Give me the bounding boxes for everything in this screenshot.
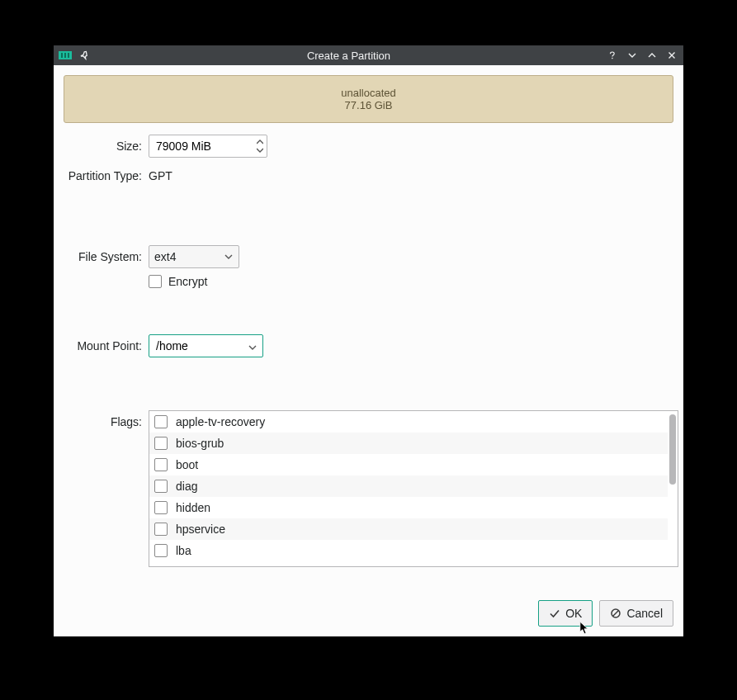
cancel-icon bbox=[610, 608, 621, 619]
filesystem-label: File System: bbox=[64, 245, 142, 263]
pin-icon[interactable] bbox=[78, 49, 92, 62]
flag-label: bios-grub bbox=[176, 437, 224, 450]
size-step-down[interactable] bbox=[255, 146, 265, 154]
flag-item[interactable]: diag bbox=[149, 475, 668, 497]
encrypt-label: Encrypt bbox=[168, 275, 207, 288]
partition-bar-size: 77.16 GiB bbox=[345, 99, 393, 111]
window-controls bbox=[606, 49, 678, 62]
help-icon[interactable] bbox=[606, 49, 619, 62]
flags-scrollbar[interactable] bbox=[669, 414, 676, 485]
mount-point-label: Mount Point: bbox=[64, 334, 142, 352]
dialog-footer: OK Cancel bbox=[538, 600, 673, 627]
flag-label: lba bbox=[176, 544, 191, 557]
chevron-down-icon[interactable] bbox=[248, 339, 257, 352]
flags-list: apple-tv-recovery bios-grub boot di bbox=[149, 411, 668, 566]
mount-point-combo[interactable] bbox=[149, 334, 263, 357]
flag-label: hpservice bbox=[176, 523, 225, 536]
chevron-down-icon bbox=[224, 252, 234, 262]
flags-listbox: apple-tv-recovery bios-grub boot di bbox=[149, 410, 678, 567]
create-partition-dialog: Create a Partition bbox=[54, 45, 683, 636]
cancel-button[interactable]: Cancel bbox=[599, 600, 673, 627]
flag-item[interactable]: hpservice bbox=[149, 518, 668, 540]
flag-item[interactable]: hidden bbox=[149, 497, 668, 518]
check-icon bbox=[549, 608, 560, 619]
ok-button[interactable]: OK bbox=[538, 600, 593, 627]
flag-item[interactable]: lba bbox=[149, 540, 668, 561]
flag-checkbox[interactable] bbox=[154, 501, 168, 514]
ok-button-label: OK bbox=[565, 607, 582, 620]
minimize-icon[interactable] bbox=[626, 49, 639, 62]
size-label: Size: bbox=[64, 135, 142, 153]
cancel-button-label: Cancel bbox=[626, 607, 663, 620]
flag-label: diag bbox=[176, 480, 197, 493]
partition-type-value: GPT bbox=[149, 164, 678, 182]
svg-rect-2 bbox=[64, 53, 66, 58]
encrypt-row: Encrypt bbox=[149, 275, 678, 288]
flag-checkbox[interactable] bbox=[154, 544, 168, 557]
filesystem-value: ext4 bbox=[154, 250, 224, 263]
svg-rect-1 bbox=[61, 53, 63, 58]
flag-checkbox[interactable] bbox=[154, 437, 168, 450]
partition-form: Size: Partition Type: GPT bbox=[64, 135, 673, 567]
size-step-up[interactable] bbox=[255, 138, 265, 146]
partition-bar-label: unallocated bbox=[341, 87, 396, 99]
partition-bar: unallocated 77.16 GiB bbox=[64, 75, 673, 123]
flag-item[interactable]: apple-tv-recovery bbox=[149, 411, 668, 433]
dialog-body: unallocated 77.16 GiB Size: bbox=[54, 65, 683, 577]
flag-label: boot bbox=[176, 458, 198, 471]
flag-label: hidden bbox=[176, 501, 210, 514]
flag-checkbox[interactable] bbox=[154, 458, 168, 471]
flag-checkbox[interactable] bbox=[154, 415, 168, 428]
flag-label: apple-tv-recovery bbox=[176, 415, 265, 428]
flag-checkbox[interactable] bbox=[154, 523, 168, 536]
close-icon[interactable] bbox=[665, 49, 678, 62]
flag-item[interactable]: bios-grub bbox=[149, 433, 668, 454]
partition-type-label: Partition Type: bbox=[64, 164, 142, 182]
size-spinbox[interactable] bbox=[149, 135, 267, 158]
svg-point-4 bbox=[612, 58, 613, 59]
filesystem-select[interactable]: ext4 bbox=[149, 245, 239, 268]
maximize-icon[interactable] bbox=[645, 49, 659, 62]
mount-point-input[interactable] bbox=[154, 338, 248, 353]
size-input[interactable] bbox=[154, 139, 232, 154]
encrypt-checkbox[interactable] bbox=[149, 275, 162, 288]
svg-rect-3 bbox=[68, 53, 69, 58]
flag-checkbox[interactable] bbox=[154, 480, 168, 493]
titlebar: Create a Partition bbox=[54, 45, 683, 65]
size-spinner bbox=[255, 138, 265, 154]
flag-item[interactable]: boot bbox=[149, 454, 668, 475]
window-title: Create a Partition bbox=[92, 50, 606, 62]
flags-label: Flags: bbox=[64, 410, 142, 428]
svg-line-6 bbox=[613, 611, 619, 617]
app-icon bbox=[59, 49, 72, 62]
